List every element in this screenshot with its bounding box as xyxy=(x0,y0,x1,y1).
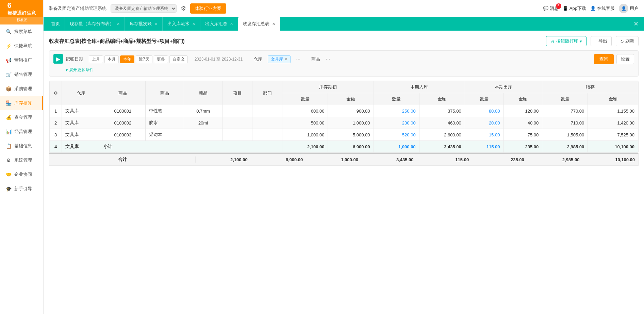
tab-bar-close-btn[interactable]: ✕ xyxy=(631,20,641,28)
expand-conditions-btn[interactable]: ▾ 展开更多条件 xyxy=(66,67,634,73)
warehouse-tag-close-icon[interactable]: ✕ xyxy=(284,57,287,62)
row1-goods-name: 中性笔 xyxy=(146,105,184,117)
settings-gear-icon[interactable]: ⚙ xyxy=(181,5,186,12)
tab-recv-send-close[interactable]: ✕ xyxy=(272,22,275,26)
sidebar-item-label: 新手引导 xyxy=(14,186,32,192)
sidebar-item-inventory[interactable]: 🏪 库存核算 xyxy=(0,96,43,110)
th-opening-amt: 金额 xyxy=(328,93,374,105)
subtotal-no: 4 xyxy=(50,141,62,153)
sidebar-item-newbie[interactable]: 🎓 新手引导 xyxy=(0,182,43,196)
online-service-label: 在线客服 xyxy=(597,5,615,12)
date-btn-this-month[interactable]: 本月 xyxy=(104,55,119,63)
sidebar-item-finance[interactable]: 💰 资金管理 xyxy=(0,110,43,125)
avatar: 👤 xyxy=(619,4,628,13)
finance-icon: 💰 xyxy=(5,114,12,120)
sidebar-item-sales[interactable]: 🛒 销售管理 xyxy=(0,67,43,82)
app-edition: 标准版 xyxy=(0,17,43,24)
footer-values: 2,100.00 6,900.00 1,000.00 3,435.00 115.… xyxy=(196,157,638,162)
row1-no: 1 xyxy=(50,105,62,117)
row3-out-qty[interactable]: 15.00 xyxy=(465,129,503,141)
tab-home[interactable]: 首页 xyxy=(46,17,65,31)
app-download-label: App下载 xyxy=(569,5,586,12)
th-closing-amt: 金额 xyxy=(588,93,638,105)
row2-in-qty[interactable]: 230.00 xyxy=(374,117,419,129)
tab-inout-flow-close[interactable]: ✕ xyxy=(192,22,195,26)
date-btn-custom[interactable]: 自定义 xyxy=(169,55,188,63)
tab-inout-summary-close[interactable]: ✕ xyxy=(230,22,233,26)
row2-goods-code: 0100002 xyxy=(100,117,146,129)
row1-closing-qty: 770.00 xyxy=(542,105,588,117)
row1-in-qty[interactable]: 250.00 xyxy=(374,105,419,117)
sidebar-item-basic[interactable]: 📋 基础信息 xyxy=(0,139,43,153)
th-in-amt: 金额 xyxy=(419,93,465,105)
row2-out-amt: 40.00 xyxy=(503,117,542,129)
footer-out-amt: 235.00 xyxy=(472,157,528,162)
th-project: 项目 xyxy=(222,81,252,105)
th-closing: 结存 xyxy=(542,81,638,93)
goods-dots[interactable]: ··· xyxy=(326,56,330,62)
th-department: 部门 xyxy=(252,81,282,105)
th-opening: 库存期初 xyxy=(282,81,374,93)
main-area: 装备及固定资产辅助管理系统 装备及固定资产辅助管理系统 ⚙ 体验行业方案 💬 消… xyxy=(44,0,644,314)
date-btn-this-year[interactable]: 本年 xyxy=(120,55,134,63)
settings-button[interactable]: 设置 xyxy=(616,54,634,64)
print-button[interactable]: 🖨 按钮版打印 ▾ xyxy=(546,36,587,46)
tab-inout-flow[interactable]: 出入库流水 ✕ xyxy=(163,17,200,31)
messages-btn[interactable]: 💬 消息 6 xyxy=(543,5,559,12)
app-logo: 6 畅捷通好生意 xyxy=(0,0,43,17)
row2-out-qty[interactable]: 20.00 xyxy=(465,117,503,129)
sidebar-item-label: 系统管理 xyxy=(14,157,32,163)
th-in-qty: 数量 xyxy=(374,93,419,105)
subtotal-closing-amt: 10,100.00 xyxy=(588,141,638,153)
sidebar-item-purchase[interactable]: 📦 采购管理 xyxy=(0,82,43,96)
sidebar: 6 畅捷通好生意 标准版 🔍 搜索菜单 ⚡ 快捷导航 📢 营销推广 🛒 销售管理… xyxy=(0,0,44,314)
warehouse-tag[interactable]: 文具库 ✕ xyxy=(268,55,291,63)
tab-inventory-dist[interactable]: 现存量（库存分布表） ✕ xyxy=(65,17,125,31)
tab-batch-ledger-close[interactable]: ✕ xyxy=(154,22,158,26)
th-settings[interactable]: ⚙ xyxy=(50,81,62,105)
row1-out-qty[interactable]: 80.00 xyxy=(465,105,503,117)
query-button[interactable]: 查询 xyxy=(594,54,614,64)
date-btn-more[interactable]: 更多 xyxy=(154,55,168,63)
system-selector[interactable]: 装备及固定资产辅助管理系统 xyxy=(111,4,177,13)
warehouse-dots[interactable]: ··· xyxy=(296,56,300,62)
user-label: 用户 xyxy=(630,5,639,12)
purchase-icon: 📦 xyxy=(5,86,12,92)
date-btn-7days[interactable]: 近7天 xyxy=(136,55,152,63)
tab-batch-ledger-label: 库存批次账 xyxy=(130,21,152,27)
tab-inout-summary[interactable]: 出入库汇总 ✕ xyxy=(200,17,238,31)
newbie-icon: 🎓 xyxy=(5,186,12,192)
row3-in-qty[interactable]: 520.00 xyxy=(374,129,419,141)
sidebar-item-quick-nav[interactable]: ⚡ 快捷导航 xyxy=(0,39,43,53)
row1-out-amt: 120.00 xyxy=(503,105,542,117)
messages-badge: 6 xyxy=(556,3,561,9)
user-btn[interactable]: 👤 用户 xyxy=(619,4,639,13)
sidebar-item-search[interactable]: 🔍 搜索菜单 xyxy=(0,24,43,39)
table-row: 3 文具库 0100003 采访本 1,000.00 5,000.00 520.… xyxy=(50,129,638,141)
tab-inventory-dist-close[interactable]: ✕ xyxy=(117,22,120,26)
row3-goods-spec xyxy=(184,129,222,141)
tab-batch-ledger[interactable]: 库存批次账 ✕ xyxy=(125,17,163,31)
subtotal-in-qty[interactable]: 1,000.00 xyxy=(374,141,419,153)
export-button[interactable]: ↑ 导出 xyxy=(591,36,612,46)
basic-icon: 📋 xyxy=(5,143,12,149)
sidebar-item-enterprise[interactable]: 🤝 企业协同 xyxy=(0,167,43,182)
subtotal-out-qty[interactable]: 115.00 xyxy=(465,141,503,153)
sidebar-item-operations[interactable]: 📊 经营管理 xyxy=(0,125,43,139)
app-download-btn[interactable]: 📱 App下载 xyxy=(563,5,586,12)
online-service-btn[interactable]: 👤 在线客服 xyxy=(590,5,615,12)
tab-recv-send-summary[interactable]: 收发存汇总表 ✕ xyxy=(238,17,280,31)
date-btn-last-month[interactable]: 上月 xyxy=(89,55,103,63)
sidebar-item-system[interactable]: ⚙ 系统管理 xyxy=(0,153,43,167)
sidebar-item-label: 采购管理 xyxy=(14,86,32,92)
system-icon: ⚙ xyxy=(5,157,12,163)
filter-toggle-btn[interactable]: ▶ xyxy=(53,54,63,64)
sidebar-item-marketing[interactable]: 📢 营销推广 xyxy=(0,53,43,67)
footer-opening-amt: 6,900.00 xyxy=(251,157,307,162)
row3-warehouse: 文具库 xyxy=(62,129,100,141)
th-opening-qty: 数量 xyxy=(282,93,328,105)
row1-closing-amt: 1,155.00 xyxy=(588,105,638,117)
refresh-button[interactable]: ↻ 刷新 xyxy=(616,36,639,46)
trial-button[interactable]: 体验行业方案 xyxy=(190,3,226,14)
service-icon: 👤 xyxy=(590,6,596,11)
